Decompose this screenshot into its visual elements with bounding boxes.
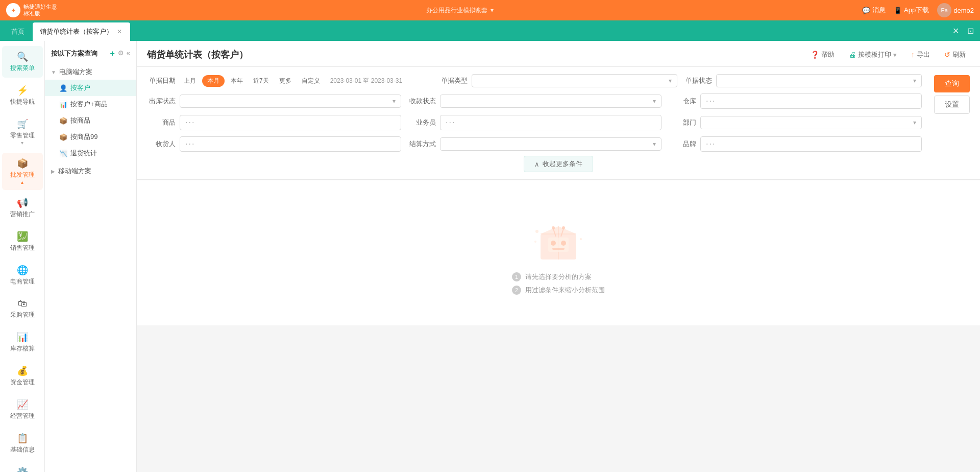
filter-fields: 单据日期 上月 本月 本年 近7天 更多 自定义: [147, 74, 922, 152]
search-icon: 🔍: [17, 51, 28, 62]
scheme-section-mobile: ▶ 移动端方案: [45, 163, 136, 179]
sidebar-item-wholesale[interactable]: 📦 批发管理 ▴: [2, 153, 43, 190]
help-button[interactable]: ❓ 帮助: [806, 48, 839, 61]
logo-text: 畅捷通好生意 标准版: [23, 4, 57, 17]
svg-point-11: [562, 226, 565, 229]
date-range-text: 2023-03-01 至 2023-03-31: [330, 77, 402, 85]
paymentmethod-select[interactable]: ▾: [440, 137, 662, 151]
sidebar-item-basic[interactable]: 📋 基础信息: [2, 428, 43, 459]
outstatus-select[interactable]: ▾: [180, 95, 401, 108]
scheme-collapse-icon[interactable]: «: [127, 49, 130, 58]
sidebar-item-inventory[interactable]: 📊 库存核算: [2, 326, 43, 358]
sidebar-item-marketing[interactable]: 📢 营销推广: [2, 192, 43, 224]
app-download-button[interactable]: 📱 App下载: [894, 6, 929, 15]
sidebar-label-basic: 基础信息: [10, 445, 35, 454]
scheme-item-by-product-99[interactable]: 📦 按商品99: [45, 129, 136, 145]
scheme-item-by-customer[interactable]: 👤 按客户: [45, 80, 136, 96]
by-customer-icon: 👤: [59, 84, 67, 92]
paymentstatus-arrow-icon: ▾: [653, 98, 656, 105]
tab-maximize-icon[interactable]: ⊡: [965, 24, 976, 38]
sidebar-item-sales[interactable]: 💹 销售管理: [2, 226, 43, 257]
user-menu[interactable]: Ea demo2: [937, 3, 974, 17]
wholesale-icon: 📦: [17, 158, 28, 169]
scheme-item-customer-product[interactable]: 📊 按客户+商品: [45, 96, 136, 112]
sidebar-item-purchase[interactable]: 🛍 采购管理: [2, 293, 43, 324]
date-shortcut-this-month[interactable]: 本月: [202, 75, 225, 87]
export-button[interactable]: ↑ 导出: [907, 48, 934, 61]
scheme-item-by-product[interactable]: 📦 按商品: [45, 112, 136, 129]
system-icon: ⚙️: [17, 466, 28, 472]
mobile-section-label: 移动端方案: [58, 167, 91, 176]
sidebar-item-operations[interactable]: 📈 经营管理: [2, 394, 43, 426]
retail-arrow-icon: ▾: [21, 140, 23, 146]
sidebar-item-quick-nav[interactable]: ⚡ 快捷导航: [2, 80, 43, 111]
date-shortcut-7days[interactable]: 近7天: [249, 75, 273, 87]
docstatus-label: 单据状态: [683, 76, 712, 85]
empty-state: 1 请先选择要分析的方案 2 用过滤条件来缩小分析范围: [137, 180, 980, 325]
top-bar: ✦ 畅捷通好生意 标准版 办公用品行业模拟账套 ▾ 💬 消息 📱 App下载: [0, 0, 980, 20]
scheme-section-desktop-title[interactable]: ▼ 电脑端方案: [45, 64, 136, 80]
tab-close-icon[interactable]: ✕: [116, 27, 123, 36]
scheme-item-return-stats[interactable]: 📉 退货统计: [45, 145, 136, 161]
docstatus-select[interactable]: ▾: [716, 74, 922, 87]
doctype-select[interactable]: ▾: [472, 74, 677, 87]
empty-hint-1: 1 请先选择要分析的方案: [512, 272, 605, 281]
industry-arrow-icon[interactable]: ▾: [491, 7, 494, 14]
print-icon: 🖨: [849, 51, 856, 59]
receiver-select[interactable]: ···: [180, 136, 401, 152]
sidebar-item-system[interactable]: ⚙️ 系统管理: [2, 461, 43, 472]
sidebar-item-ecommerce[interactable]: 🌐 电商管理: [2, 259, 43, 291]
industry-name: 办公用品行业模拟账套: [426, 6, 487, 15]
tab-home[interactable]: 首页: [4, 22, 32, 41]
salesperson-dots: ···: [446, 118, 455, 127]
filter-cell-product: 商品 ···: [147, 115, 401, 130]
hint-number-1: 1: [512, 272, 521, 281]
inventory-icon: 📊: [17, 332, 28, 343]
tab-sales-stat[interactable]: 销货单统计表（按客户） ✕: [33, 22, 130, 41]
query-button[interactable]: 查询: [934, 75, 970, 92]
collapse-more-button[interactable]: ∧ 收起更多条件: [524, 156, 593, 172]
svg-point-14: [534, 241, 536, 243]
paymentstatus-select[interactable]: ▾: [440, 95, 662, 108]
tab-bar: 首页 销货单统计表（按客户） ✕ ✕ ⊡: [0, 20, 980, 41]
by-product-label: 按商品: [70, 116, 90, 125]
brand-select[interactable]: ···: [700, 136, 922, 152]
scheme-add-icon[interactable]: +: [110, 49, 114, 58]
department-arrow-icon: ▾: [913, 119, 916, 126]
svg-point-12: [535, 230, 538, 233]
tab-sales-stat-label: 销货单统计表（按客户）: [40, 27, 113, 36]
sidebar-item-retail[interactable]: 🛒 零售管理 ▾: [2, 113, 43, 151]
scheme-section-mobile-title[interactable]: ▶ 移动端方案: [45, 163, 136, 179]
print-button[interactable]: 🖨 按模板打印 ▾: [845, 48, 901, 61]
date-shortcut-custom[interactable]: 自定义: [298, 75, 324, 87]
tab-close-window-icon[interactable]: ✕: [950, 24, 961, 38]
sales-icon: 💹: [17, 231, 28, 242]
warehouse-select[interactable]: ···: [700, 93, 922, 109]
date-shortcut-last-month[interactable]: 上月: [180, 75, 200, 87]
date-shortcut-more[interactable]: 更多: [275, 75, 296, 87]
by-customer-label: 按客户: [70, 83, 90, 92]
refresh-button[interactable]: ↺ 刷新: [940, 48, 970, 61]
sidebar: 🔍 搜索菜单 ⚡ 快捷导航 🛒 零售管理 ▾ 📦 批发管理 ▴ 📢 营销推广: [0, 41, 45, 472]
sidebar-item-finance[interactable]: 💰 资金管理: [2, 360, 43, 392]
docstatus-arrow-icon: ▾: [913, 77, 916, 84]
sidebar-label-sales: 销售管理: [10, 244, 35, 252]
desktop-section-label: 电脑端方案: [59, 67, 92, 77]
filter-area: 单据日期 上月 本月 本年 近7天 更多 自定义: [137, 67, 980, 180]
message-button[interactable]: 💬 消息: [862, 6, 886, 15]
sidebar-label-quick-nav: 快捷导航: [10, 98, 35, 106]
filter-cell-outstatus: 出库状态 ▾: [147, 95, 401, 108]
purchase-icon: 🛍: [18, 298, 27, 309]
settings-button[interactable]: 设置: [934, 96, 970, 114]
scheme-settings-icon[interactable]: ⊙: [118, 49, 124, 58]
receiver-dots: ···: [185, 139, 195, 149]
empty-svg: [528, 211, 589, 262]
product-select[interactable]: ···: [180, 115, 401, 130]
sidebar-item-search-menu[interactable]: 🔍 搜索菜单: [2, 46, 43, 78]
date-shortcut-this-year[interactable]: 本年: [227, 75, 247, 87]
filter-row-3: 商品 ··· 业务员 ···: [147, 115, 922, 130]
paymentmethod-arrow-icon: ▾: [653, 140, 656, 148]
top-bar-left: ✦ 畅捷通好生意 标准版: [6, 3, 57, 17]
department-select[interactable]: ▾: [700, 116, 922, 129]
salesperson-select[interactable]: ···: [440, 115, 662, 130]
